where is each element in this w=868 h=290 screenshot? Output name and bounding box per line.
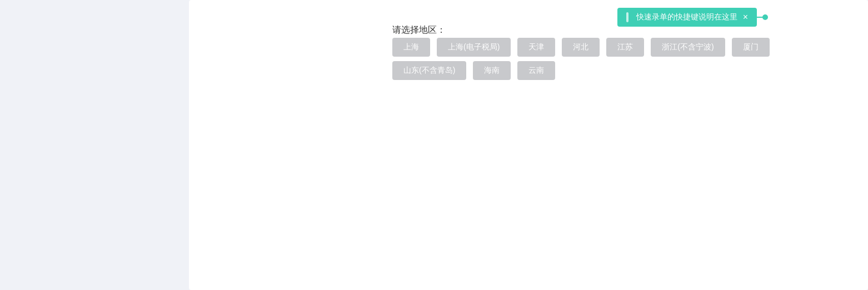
- region-button-yunnan[interactable]: 云南: [517, 61, 555, 80]
- region-button-hebei[interactable]: 河北: [562, 38, 600, 57]
- region-button-hainan[interactable]: 海南: [473, 61, 511, 80]
- region-button-zhejiang[interactable]: 浙江(不含宁波): [651, 38, 725, 57]
- tooltip-banner: 快速录单的快捷键说明在这里 ×: [617, 8, 757, 27]
- tooltip-text: 快速录单的快捷键说明在这里: [636, 12, 737, 22]
- region-button-shandong[interactable]: 山东(不含青岛): [392, 61, 466, 80]
- main-content: 请选择地区： 上海上海(电子税局)天津河北江苏浙江(不含宁波)厦门 山东(不含青…: [189, 0, 868, 290]
- left-sidebar: [0, 0, 189, 290]
- region-buttons-row2: 山东(不含青岛)海南云南: [392, 61, 555, 80]
- tooltip-bar-decoration: [626, 12, 628, 22]
- page-label: 请选择地区：: [392, 24, 446, 36]
- region-button-shanghai[interactable]: 上海: [392, 38, 430, 57]
- region-button-shanghai-etax[interactable]: 上海(电子税局): [437, 38, 511, 57]
- region-button-xiamen[interactable]: 厦门: [732, 38, 770, 57]
- region-buttons-row1: 上海上海(电子税局)天津河北江苏浙江(不含宁波)厦门: [392, 38, 770, 57]
- region-button-jiangsu[interactable]: 江苏: [606, 38, 644, 57]
- tooltip-close-button[interactable]: ×: [743, 12, 748, 22]
- region-button-tianjin[interactable]: 天津: [517, 38, 555, 57]
- tooltip-dot: [762, 14, 768, 20]
